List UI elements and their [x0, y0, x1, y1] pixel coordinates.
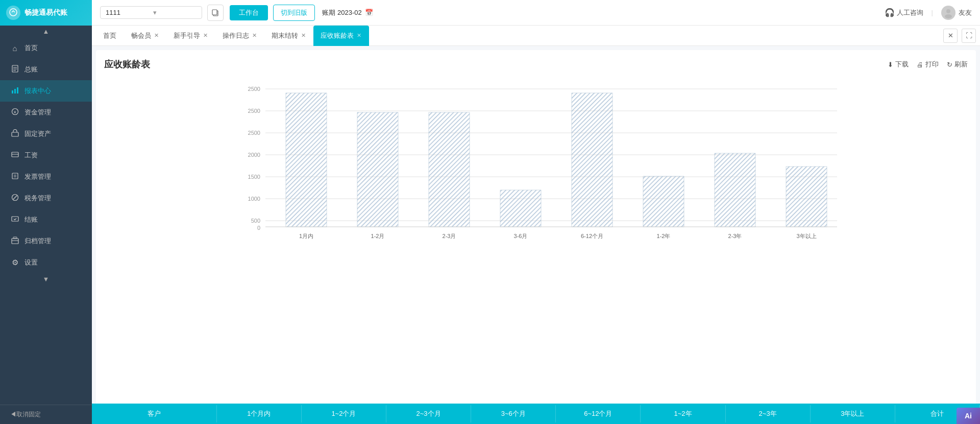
svg-rect-55 [786, 167, 827, 227]
tab-member[interactable]: 畅会员 ✕ [124, 26, 166, 46]
sidebar-item-funds[interactable]: ¥ 资金管理 [0, 102, 92, 123]
svg-text:6-12个月: 6-12个月 [581, 233, 603, 239]
tab-period-end-label: 期末结转 [272, 31, 298, 40]
th-6-12month: 6~12个月 [556, 405, 641, 422]
refresh-icon: ↻ [947, 61, 952, 68]
refresh-button[interactable]: ↻ 刷新 [947, 60, 968, 69]
tab-period-end[interactable]: 期末结转 ✕ [264, 26, 313, 46]
sidebar-scroll-down[interactable]: ▼ [0, 273, 92, 285]
period-info: 账期 2023-02 📅 [322, 8, 373, 17]
tab-home-label: 首页 [103, 31, 116, 40]
chevron-down-icon: ▾ [153, 9, 197, 16]
settings-icon: ⚙ [10, 258, 19, 267]
svg-text:2500: 2500 [248, 86, 260, 92]
switch-version-button[interactable]: 切到旧版 [273, 5, 315, 21]
svg-rect-1 [212, 10, 217, 15]
sidebar-label-assets: 固定资产 [24, 129, 51, 138]
tab-aging-close-icon[interactable]: ✕ [357, 32, 361, 39]
calendar-icon[interactable]: 📅 [365, 9, 373, 16]
sidebar-item-checkout[interactable]: 结账 [0, 209, 92, 230]
divider: | [932, 9, 933, 16]
svg-text:1000: 1000 [248, 196, 260, 202]
close-all-button[interactable]: ✕ [943, 29, 958, 43]
th-2-3year: 2~3年 [726, 405, 811, 422]
home-icon: ⌂ [10, 44, 19, 53]
copy-button[interactable] [207, 5, 224, 21]
sidebar-label-ledger: 总账 [24, 65, 38, 74]
tab-oplog-label: 操作日志 [223, 31, 249, 40]
svg-text:1500: 1500 [248, 174, 260, 180]
svg-text:3年以上: 3年以上 [796, 233, 816, 239]
header-right: 🎧 人工咨询 | 友友 [885, 6, 972, 20]
workbench-button[interactable]: 工作台 [230, 5, 268, 20]
sidebar-item-ledger[interactable]: 总账 [0, 59, 92, 80]
tab-period-end-close-icon[interactable]: ✕ [301, 32, 306, 39]
svg-text:1月内: 1月内 [299, 233, 313, 239]
svg-rect-24 [13, 237, 17, 239]
download-button[interactable]: ⬇ 下载 [888, 60, 909, 69]
tab-home[interactable]: 首页 [96, 26, 124, 46]
sidebar-item-home[interactable]: ⌂ 首页 [0, 37, 92, 59]
svg-rect-47 [500, 190, 541, 227]
tab-oplog-close-icon[interactable]: ✕ [252, 32, 257, 39]
sidebar-scroll-up[interactable]: ▲ [0, 26, 92, 37]
main-content: 首页 畅会员 ✕ 新手引导 ✕ 操作日志 ✕ 期末结转 ✕ 应收账龄表 ✕ [92, 26, 980, 424]
sidebar-item-archive[interactable]: 归档管理 [0, 230, 92, 252]
consult-label: 人工咨询 [897, 8, 923, 17]
th-1month: 1个月内 [217, 405, 302, 422]
print-button[interactable]: 🖨 打印 [917, 60, 939, 69]
sidebar-item-reports[interactable]: 报表中心 [0, 80, 92, 102]
tab-member-close-icon[interactable]: ✕ [154, 32, 159, 39]
sidebar-label-invoice: 发票管理 [24, 172, 51, 181]
sidebar-label-tax: 税务管理 [24, 194, 51, 203]
tab-aging[interactable]: 应收账龄表 ✕ [313, 26, 369, 46]
svg-text:2000: 2000 [248, 152, 260, 158]
svg-text:3-6月: 3-6月 [514, 233, 528, 239]
tab-guide[interactable]: 新手引导 ✕ [166, 26, 215, 46]
reports-icon [10, 86, 19, 96]
svg-text:2500: 2500 [248, 108, 260, 114]
salary-icon [10, 151, 19, 160]
invoice-icon [10, 172, 19, 181]
company-select[interactable]: 1111 ▾ [100, 6, 202, 19]
svg-line-20 [13, 196, 17, 199]
sidebar-item-tax[interactable]: 税务管理 [0, 187, 92, 209]
svg-text:500: 500 [251, 218, 260, 224]
tax-icon [10, 194, 19, 203]
svg-rect-43 [357, 112, 398, 227]
download-label: 下载 [895, 60, 909, 69]
svg-rect-49 [572, 93, 612, 227]
sidebar-item-settings[interactable]: ⚙ 设置 [0, 252, 92, 273]
sidebar-item-assets[interactable]: 固定资产 [0, 123, 92, 145]
ledger-icon [10, 65, 19, 74]
period-value: 2023-02 [337, 9, 362, 16]
assets-icon [10, 129, 19, 138]
sidebar-label-salary: 工资 [24, 151, 38, 160]
svg-text:0: 0 [257, 225, 260, 231]
svg-text:1-2年: 1-2年 [657, 233, 671, 239]
svg-text:2500: 2500 [248, 130, 260, 136]
svg-point-3 [945, 14, 952, 18]
consult-button[interactable]: 🎧 人工咨询 [885, 8, 923, 17]
tabs-actions: ✕ ⛶ [943, 29, 976, 43]
ai-label: Ai [965, 412, 972, 420]
sidebar-label-checkout: 结账 [24, 215, 38, 224]
tab-member-label: 畅会员 [131, 31, 151, 40]
ai-badge[interactable]: Ai [957, 408, 980, 424]
svg-rect-21 [12, 217, 18, 221]
sidebar-item-salary[interactable]: 工资 [0, 145, 92, 166]
tab-aging-label: 应收账龄表 [321, 31, 354, 40]
sidebar-collapse-button[interactable]: ◀取消固定 [0, 405, 92, 424]
page-actions: ⬇ 下载 🖨 打印 ↻ 刷新 [888, 60, 968, 69]
tab-oplog[interactable]: 操作日志 ✕ [215, 26, 264, 46]
expand-button[interactable]: ⛶ [962, 29, 976, 43]
company-name: 1111 [106, 9, 149, 16]
svg-point-2 [946, 9, 950, 13]
tab-guide-close-icon[interactable]: ✕ [203, 32, 208, 39]
table-header-bar: 客户 1个月内 1~2个月 2~3个月 3~6个月 6~12个月 1~2年 2~… [92, 404, 980, 424]
sidebar-label-archive: 归档管理 [24, 237, 51, 246]
sidebar-item-invoice[interactable]: 发票管理 [0, 166, 92, 187]
user-info[interactable]: 友友 [941, 6, 972, 20]
sidebar: ▲ ⌂ 首页 总账 报表中心 ¥ 资金管理 固定资产 [0, 26, 92, 424]
user-name: 友友 [959, 8, 972, 17]
